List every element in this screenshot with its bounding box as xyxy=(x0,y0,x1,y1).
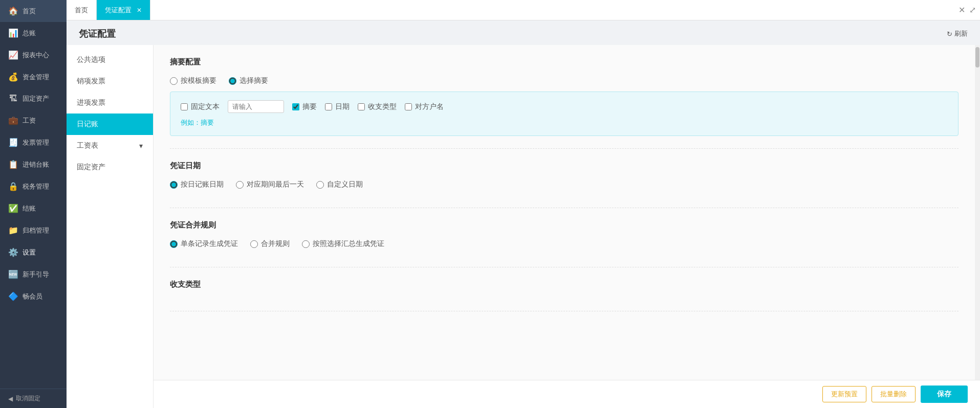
checkbox-income-type-input[interactable] xyxy=(358,103,365,110)
radio-last-day[interactable]: 对应期间最后一天 xyxy=(236,180,304,189)
checkbox-date-input[interactable] xyxy=(325,103,332,110)
salary-icon: 💼 xyxy=(8,116,18,125)
sidebar-item-settings[interactable]: ⚙️ 设置 xyxy=(0,241,67,263)
update-preset-button[interactable]: 更新预置 xyxy=(822,386,866,402)
checkbox-fixed-text[interactable]: 固定文本 xyxy=(181,102,220,111)
nav-public[interactable]: 公共选项 xyxy=(67,49,153,71)
date-radio-group: 按日记账日期 对应期间最后一天 自定义日期 xyxy=(170,180,959,189)
tab-home-label: 首页 xyxy=(75,6,88,15)
unpin-button[interactable]: ◀ 取消固定 xyxy=(0,389,67,408)
refresh-icon: ↻ xyxy=(947,30,952,38)
sidebar-item-salary[interactable]: 💼 工资 xyxy=(0,109,67,131)
sidebar-item-close[interactable]: ✅ 结账 xyxy=(0,197,67,219)
radio-custom-date[interactable]: 自定义日期 xyxy=(316,180,363,189)
sidebar-item-reports[interactable]: 📈 报表中心 xyxy=(0,44,67,66)
radio-template[interactable]: 按模板摘要 xyxy=(170,76,216,85)
checkbox-income-type[interactable]: 收支类型 xyxy=(358,102,397,111)
checkbox-summary[interactable]: 摘要 xyxy=(292,102,317,111)
radio-merge[interactable]: 合并规则 xyxy=(250,239,290,248)
sidebar-item-pursale[interactable]: 📋 进销台账 xyxy=(0,153,67,175)
ledger-icon: 📊 xyxy=(8,28,18,38)
checkbox-fixed-text-input[interactable] xyxy=(181,103,188,110)
radio-journal-date[interactable]: 按日记账日期 xyxy=(170,180,224,189)
nav-fixed-assets-label: 固定资产 xyxy=(77,163,105,172)
summary-title: 摘要配置 xyxy=(170,57,959,67)
nav-purchase-invoice-label: 进项发票 xyxy=(77,98,105,107)
checkbox-date[interactable]: 日期 xyxy=(325,102,350,111)
radio-select-input[interactable] xyxy=(229,77,236,85)
funds-icon: 💰 xyxy=(8,72,18,82)
sidebar-item-label: 畅会员 xyxy=(23,292,42,301)
checkbox-counterparty[interactable]: 对方户名 xyxy=(405,102,444,111)
refresh-button[interactable]: ↻ 刷新 xyxy=(947,29,968,38)
radio-last-day-label: 对应期间最后一天 xyxy=(247,180,304,189)
expand-window-icon[interactable]: ⤢ xyxy=(969,5,976,15)
scrollbar-thumb[interactable] xyxy=(975,47,979,67)
nav-journal[interactable]: 日记账 xyxy=(67,114,153,135)
checkbox-counterparty-input[interactable] xyxy=(405,103,412,110)
radio-select-total-label: 按照选择汇总生成凭证 xyxy=(313,239,384,248)
close-window-icon[interactable]: ✕ xyxy=(959,5,965,15)
sidebar-item-label: 设置 xyxy=(23,248,36,257)
sidebar-item-invoice[interactable]: 🧾 发票管理 xyxy=(0,131,67,153)
checkbox-counterparty-label: 对方户名 xyxy=(415,102,444,111)
save-button[interactable]: 保存 xyxy=(921,386,968,403)
nav-sales-invoice[interactable]: 销项发票 xyxy=(67,71,153,92)
fixed-text-input[interactable] xyxy=(228,100,284,113)
radio-select-label: 选择摘要 xyxy=(239,76,268,85)
income-type-section: 收支类型 xyxy=(170,280,959,311)
radio-select-total[interactable]: 按照选择汇总生成凭证 xyxy=(302,239,384,248)
sidebar-item-label: 工资 xyxy=(23,116,36,125)
scrollbar-track[interactable] xyxy=(975,45,980,408)
sidebar-item-member[interactable]: 🔷 畅会员 xyxy=(0,285,67,307)
tab-voucher-config[interactable]: 凭证配置 ✕ xyxy=(97,0,150,20)
content-wrapper: 公共选项 销项发票 进项发票 日记账 工资表 ▾ 固定资产 xyxy=(67,45,980,408)
radio-custom-date-input[interactable] xyxy=(316,181,324,189)
nav-payroll-arrow: ▾ xyxy=(139,142,143,150)
tab-home[interactable]: 首页 xyxy=(67,0,97,20)
nav-sales-invoice-label: 销项发票 xyxy=(77,77,105,86)
page-header: 凭证配置 ↻ 刷新 xyxy=(67,20,980,45)
checkbox-summary-input[interactable] xyxy=(292,103,299,110)
sidebar-item-label: 归档管理 xyxy=(23,226,49,235)
radio-select[interactable]: 选择摘要 xyxy=(229,76,268,85)
sidebar-item-funds[interactable]: 💰 资金管理 xyxy=(0,66,67,88)
radio-last-day-input[interactable] xyxy=(236,181,244,189)
nav-payroll[interactable]: 工资表 ▾ xyxy=(67,135,153,156)
sidebar-item-assets[interactable]: 🏗 固定资产 xyxy=(0,88,67,109)
unpin-icon: ◀ xyxy=(8,395,13,402)
settings-icon: ⚙️ xyxy=(8,247,18,257)
sidebar-item-label: 固定资产 xyxy=(23,94,49,103)
invoice-icon: 🧾 xyxy=(8,138,18,147)
radio-template-input[interactable] xyxy=(170,77,178,85)
nav-purchase-invoice[interactable]: 进项发票 xyxy=(67,92,153,114)
sidebar-item-guide[interactable]: 🆕 新手引导 xyxy=(0,263,67,285)
radio-journal-date-input[interactable] xyxy=(170,181,178,189)
sidebar-item-archive[interactable]: 📁 归档管理 xyxy=(0,219,67,241)
bottom-action-bar: 更新预置 批量删除 保存 xyxy=(154,380,980,408)
content-layout: 公共选项 销项发票 进项发票 日记账 工资表 ▾ 固定资产 xyxy=(67,45,975,408)
tab-bar: 首页 凭证配置 ✕ ✕ ⤢ xyxy=(67,0,980,20)
date-section: 凭证日期 按日记账日期 对应期间最后一天 自定义日期 xyxy=(170,161,959,208)
page-title: 凭证配置 xyxy=(79,28,116,40)
sidebar-item-ledger[interactable]: 📊 总账 xyxy=(0,22,67,44)
radio-single[interactable]: 单条记录生成凭证 xyxy=(170,239,238,248)
sidebar-item-tax[interactable]: 🔒 税务管理 xyxy=(0,175,67,197)
sidebar-item-label: 结账 xyxy=(23,204,36,213)
nav-fixed-assets[interactable]: 固定资产 xyxy=(67,156,153,178)
radio-merge-input[interactable] xyxy=(250,240,258,248)
main-area: 首页 凭证配置 ✕ ✕ ⤢ 凭证配置 ↻ 刷新 公共选项 销项发票 xyxy=(67,0,980,408)
sidebar-item-label: 进销台账 xyxy=(23,160,49,169)
reports-icon: 📈 xyxy=(8,50,18,60)
radio-journal-date-label: 按日记账日期 xyxy=(181,180,224,189)
radio-template-label: 按模板摘要 xyxy=(181,76,216,85)
radio-select-total-input[interactable] xyxy=(302,240,310,248)
sidebar-item-label: 首页 xyxy=(23,7,36,16)
radio-single-input[interactable] xyxy=(170,240,178,248)
sidebar-item-home[interactable]: 🏠 首页 xyxy=(0,0,67,22)
checkbox-date-label: 日期 xyxy=(335,102,350,111)
tab-close-icon[interactable]: ✕ xyxy=(137,7,142,14)
date-title: 凭证日期 xyxy=(170,161,959,171)
income-type-title: 收支类型 xyxy=(170,280,959,289)
batch-delete-button[interactable]: 批量删除 xyxy=(872,386,916,402)
